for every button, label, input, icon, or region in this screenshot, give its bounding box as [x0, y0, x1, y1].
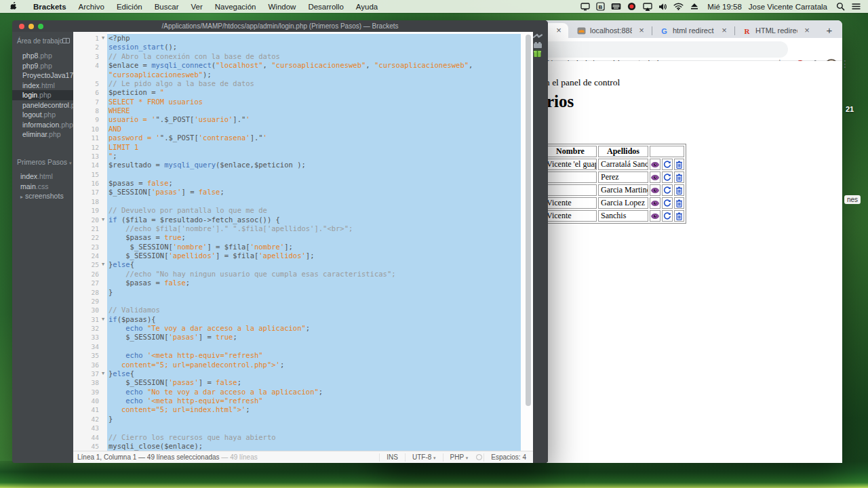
lint-status-icon[interactable] [476, 454, 482, 460]
eye-icon[interactable] [650, 197, 660, 209]
code-line[interactable]: 39 echo "No te voy a dar acceso a la apl… [73, 388, 533, 396]
code-line[interactable]: 17$_SESSION['pasas'] = false; [73, 188, 533, 197]
encoding-selector[interactable]: UTF-8 ▾ [405, 453, 443, 462]
b-app-icon[interactable]: B [595, 2, 606, 11]
live-preview-icon[interactable] [533, 32, 548, 41]
tab-close-icon[interactable]: × [553, 25, 564, 36]
menu-item-window[interactable]: Window [262, 3, 302, 11]
code-line[interactable]: 20▼if ($fila = $resultado->fetch_assoc()… [73, 216, 533, 224]
code-line[interactable]: 4$enlace = mysqli_connect("localhost", "… [73, 61, 533, 70]
fold-arrow-icon[interactable] [99, 396, 107, 405]
fold-arrow-icon[interactable] [99, 306, 107, 314]
apple-menu-icon[interactable] [9, 2, 18, 11]
fold-arrow-icon[interactable] [99, 224, 107, 233]
project-file-index[interactable]: index.html [12, 171, 73, 182]
tab-close-icon[interactable]: × [636, 25, 647, 36]
trash-icon[interactable] [674, 197, 684, 209]
sidebar-file-eliminar[interactable]: eliminar.php [12, 129, 73, 140]
fold-arrow-icon[interactable] [99, 442, 107, 451]
fold-arrow-icon[interactable] [99, 61, 107, 70]
refresh-icon[interactable] [662, 159, 673, 170]
fold-arrow-icon[interactable] [99, 161, 107, 169]
sidebar-file-informacion[interactable]: informacion.php [12, 120, 73, 130]
fold-arrow-icon[interactable] [99, 405, 107, 414]
fold-arrow-icon[interactable] [99, 324, 107, 333]
refresh-icon[interactable] [662, 171, 673, 183]
menu-item-navegacion[interactable]: Navegación [209, 3, 262, 11]
fold-arrow-icon[interactable] [99, 206, 107, 215]
fold-arrow-icon[interactable] [99, 70, 107, 79]
fold-arrow-icon[interactable] [99, 433, 107, 442]
fold-arrow-icon[interactable] [99, 233, 107, 242]
refresh-icon[interactable] [662, 197, 673, 209]
sidebar-file-index[interactable]: index.html [12, 81, 73, 91]
eye-icon[interactable] [650, 159, 660, 170]
sidebar-file-php9[interactable]: php9.php [12, 61, 73, 71]
fold-arrow-icon[interactable] [99, 98, 107, 106]
fold-arrow-icon[interactable] [99, 197, 107, 206]
menu-item-ver[interactable]: Ver [184, 3, 208, 11]
fold-arrow-icon[interactable] [99, 170, 107, 179]
trash-icon[interactable] [674, 184, 684, 196]
updates-gift-icon[interactable] [533, 49, 548, 58]
code-line[interactable]: 19// Devuelvo por pantalla lo que me de [73, 206, 533, 215]
sidebar-file-login[interactable]: login.php [12, 90, 73, 100]
code-line[interactable]: 2session_start(); [73, 43, 533, 52]
volume-icon[interactable] [658, 2, 668, 11]
menu-item-edicion[interactable]: Edición [111, 3, 149, 11]
sidebar-file-php8[interactable]: php8.php [12, 51, 73, 61]
code-line[interactable]: 28} [73, 288, 533, 297]
code-line[interactable]: 1▼<?php [73, 34, 533, 43]
browser-tab-1[interactable]: localhost:8888 / loca× [570, 23, 651, 38]
keyboard-icon[interactable] [611, 2, 621, 11]
brackets-title-bar[interactable]: /Applications/MAMP/htdocs/app/admin/logi… [12, 20, 548, 32]
zoom-window-button[interactable] [38, 24, 43, 29]
refresh-icon[interactable] [662, 184, 673, 196]
project-folder-screenshots[interactable]: ▸screenshots [12, 191, 73, 201]
fold-arrow-icon[interactable]: ▼ [99, 369, 107, 378]
code-line[interactable]: 44// Cierro los recursos que haya abiert… [73, 433, 533, 442]
fold-arrow-icon[interactable] [99, 279, 107, 287]
code-line[interactable]: 25▼}else{ [73, 260, 533, 269]
menu-item-ayuda[interactable]: Ayuda [350, 3, 384, 11]
code-line[interactable]: 36 content="5; url=paneldecontrol.php">'… [73, 361, 533, 369]
insert-mode-toggle[interactable]: INS [379, 453, 405, 462]
menu-item-buscar[interactable]: Buscar [149, 3, 185, 11]
sidebar-file-ProyectoJava17[interactable]: ProyectoJava17.ja [12, 70, 73, 81]
code-line[interactable]: 5// Le pido algo a la base de datos [73, 79, 533, 88]
tab-close-icon[interactable]: × [802, 25, 812, 36]
fold-arrow-icon[interactable] [99, 115, 107, 124]
code-line[interactable]: 15 [73, 170, 533, 179]
code-line[interactable]: "cursoaplicacionesweb"); [73, 70, 533, 79]
extension-manager-icon[interactable] [533, 41, 548, 49]
fold-arrow-icon[interactable] [99, 415, 107, 424]
eye-icon[interactable] [650, 184, 660, 196]
code-line[interactable]: 40 echo '<meta http-equiv="refresh" [73, 396, 533, 405]
trash-icon[interactable] [674, 159, 684, 170]
fold-arrow-icon[interactable]: ▼ [99, 315, 107, 324]
tab-close-icon[interactable]: × [719, 25, 730, 36]
fold-arrow-icon[interactable] [99, 351, 107, 360]
fold-arrow-icon[interactable] [99, 378, 107, 387]
language-selector[interactable]: PHP ▾ [443, 453, 475, 462]
code-line[interactable]: 33 $_SESSION['pasas'] = true; [73, 333, 533, 342]
code-line[interactable]: 37▼}else{ [73, 369, 533, 378]
sidebar-file-paneldecontrol[interactable]: paneldecontrol.ph [12, 100, 73, 110]
fold-arrow-icon[interactable] [99, 243, 107, 251]
minimize-window-button[interactable] [28, 24, 34, 29]
project-file-main[interactable]: main.css [12, 182, 73, 192]
code-line[interactable]: 32 echo "Te voy a dar acceso a la aplica… [73, 324, 533, 333]
fold-arrow-icon[interactable] [99, 288, 107, 297]
code-line[interactable]: 29 [73, 297, 533, 306]
code-line[interactable]: 9usuario = '".$_POST['usuario']."' [73, 115, 533, 124]
code-line[interactable]: 35 echo '<meta http-equiv="refresh" [73, 351, 533, 360]
fold-arrow-icon[interactable] [99, 388, 107, 396]
code-line[interactable]: 41 content="5; url=index.html">'; [73, 405, 533, 414]
fold-arrow-icon[interactable] [99, 152, 107, 161]
eject-icon[interactable] [689, 2, 699, 11]
code-line[interactable]: 30// Validamos [73, 306, 533, 314]
fold-arrow-icon[interactable] [99, 43, 107, 52]
code-line[interactable]: 13"; [73, 152, 533, 161]
browser-tab-2[interactable]: Ghtml redirect - Busca× [652, 23, 734, 38]
fold-arrow-icon[interactable] [99, 143, 107, 152]
